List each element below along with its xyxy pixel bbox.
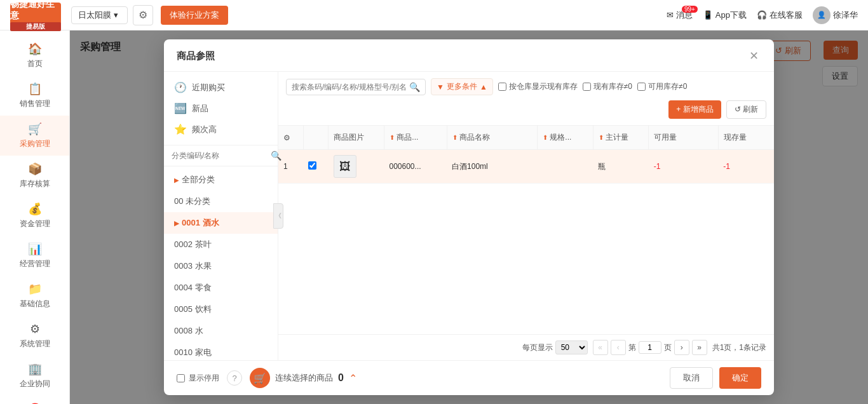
warehouse-filter[interactable]: 按仓库显示现有库存 bbox=[498, 81, 578, 92]
product-table: ⚙ 商品图片 ⬆ 商品... ⬆ 商品名称 bbox=[278, 126, 774, 184]
product-search-input[interactable] bbox=[292, 83, 405, 91]
first-page-button[interactable]: « bbox=[593, 340, 608, 355]
col-code[interactable]: ⬆ 商品... bbox=[384, 126, 447, 150]
cart-collapse-icon[interactable]: ⌃ bbox=[349, 372, 357, 384]
product-search-icon[interactable]: 🔍 bbox=[409, 82, 420, 92]
footer-actions: 取消 确定 bbox=[670, 367, 761, 389]
col-settings[interactable]: ⚙ bbox=[278, 126, 303, 150]
col-stock: 现存量 bbox=[718, 126, 774, 150]
sidebar-item-finance[interactable]: 💰 资金管理 bbox=[0, 196, 69, 236]
category-search-icon[interactable]: 🔍 bbox=[271, 151, 281, 161]
modal-header: 商品参照 ✕ bbox=[164, 39, 774, 72]
online-service-btn[interactable]: 🎧 在线客服 bbox=[757, 10, 803, 21]
store-selector[interactable]: 日太阳膜 ▾ bbox=[71, 6, 128, 24]
page-size-select[interactable]: 10 20 50 100 bbox=[555, 340, 588, 354]
cart-icon[interactable]: 🛒 bbox=[250, 368, 270, 388]
modal-overlay: 商品参照 ✕ 🕐 近期购买 🆕 bbox=[70, 30, 868, 404]
enterprise-sidebar-icon: 🏢 bbox=[28, 362, 42, 376]
settings-icon[interactable]: ⚙ bbox=[133, 5, 153, 25]
product-panel: 🔍 ▼ 更多条件 ▲ 按仓库显示现有库存 bbox=[278, 72, 774, 360]
modal-body: 🕐 近期购买 🆕 新品 ⭐ 频次高 bbox=[164, 72, 774, 360]
category-search-input[interactable] bbox=[172, 151, 267, 160]
category-c0008[interactable]: 0008 水 bbox=[164, 320, 278, 342]
sidebar-item-purchase[interactable]: 🛒 采购管理 bbox=[0, 116, 69, 156]
help-button[interactable]: ? bbox=[227, 370, 242, 386]
avatar: 👤 bbox=[813, 6, 831, 24]
cancel-button[interactable]: 取消 bbox=[670, 367, 713, 389]
basics-sidebar-icon: 📁 bbox=[28, 282, 42, 296]
filter-arrow-icon: ▲ bbox=[480, 83, 487, 91]
user-menu[interactable]: 👤 徐泽华 bbox=[813, 6, 858, 24]
refresh-button[interactable]: ↺ 刷新 bbox=[726, 100, 766, 119]
col-unit[interactable]: ⬆ 主计量 bbox=[593, 126, 649, 150]
available-checkbox[interactable] bbox=[583, 83, 591, 91]
sidebar-label-operations: 经营管理 bbox=[20, 259, 50, 269]
category-c0010[interactable]: 0010 家电 bbox=[164, 342, 278, 360]
category-c0001[interactable]: ▶ 0001 酒水 bbox=[164, 212, 278, 234]
panel-collapse-button[interactable]: 《 bbox=[273, 203, 283, 229]
row-checkbox[interactable] bbox=[308, 161, 316, 170]
sidebar-item-sales[interactable]: 📋 销售管理 bbox=[0, 76, 69, 116]
usable-filter[interactable]: 可用库存≠0 bbox=[637, 81, 687, 92]
modal-close-button[interactable]: ✕ bbox=[746, 48, 761, 64]
confirm-button[interactable]: 确定 bbox=[719, 367, 761, 389]
row-code: 000600... bbox=[384, 150, 447, 184]
product-reference-modal: 商品参照 ✕ 🕐 近期购买 🆕 bbox=[164, 39, 774, 395]
quick-filter-recent[interactable]: 🕐 近期购买 bbox=[164, 77, 278, 98]
sidebar-label-sales: 销售管理 bbox=[20, 98, 50, 109]
next-page-button[interactable]: › bbox=[674, 340, 689, 355]
page-number-input[interactable] bbox=[639, 341, 661, 354]
star-icon: ⭐ bbox=[174, 123, 187, 135]
new-icon: 🆕 bbox=[174, 102, 187, 114]
page-size-selector: 每页显示 10 20 50 100 bbox=[522, 340, 588, 354]
pagination-summary: 共1页，1条记录 bbox=[712, 342, 766, 353]
sidebar-label-home: 首页 bbox=[27, 58, 43, 69]
more-filter-button[interactable]: ▼ 更多条件 ▲ bbox=[431, 78, 493, 95]
sidebar-item-system[interactable]: ⚙ 系统管理 bbox=[0, 316, 69, 356]
add-product-button[interactable]: + 新增商品 bbox=[668, 100, 721, 119]
trial-button[interactable]: 体验行业方案 bbox=[161, 6, 228, 25]
category-c0003[interactable]: 0003 水果 bbox=[164, 255, 278, 277]
row-image-cell: 🖼 bbox=[329, 150, 384, 184]
sidebar-label-inventory: 库存核算 bbox=[20, 178, 50, 189]
col-checkbox bbox=[303, 126, 328, 150]
row-available: -1 bbox=[649, 150, 719, 184]
product-table-container: ⚙ 商品图片 ⬆ 商品... ⬆ 商品名称 bbox=[278, 126, 774, 334]
warehouse-checkbox[interactable] bbox=[498, 83, 506, 91]
sidebar-item-enterprise[interactable]: 🏢 企业协同 bbox=[0, 356, 69, 396]
col-name[interactable]: ⬆ 商品名称 bbox=[447, 126, 537, 150]
modal-title: 商品参照 bbox=[177, 50, 215, 62]
prev-page-button[interactable]: ‹ bbox=[611, 340, 626, 355]
last-page-button[interactable]: » bbox=[692, 340, 707, 355]
messages-btn[interactable]: ✉ 消息 99+ bbox=[667, 10, 693, 21]
sidebar-item-home[interactable]: 🏠 首页 bbox=[0, 36, 69, 76]
sidebar: 🏠 首页 📋 销售管理 🛒 采购管理 📦 库存核算 💰 资金管理 📊 经营管理 … bbox=[0, 30, 70, 404]
app-logo: 畅捷通好生意 捷易版 bbox=[10, 3, 61, 28]
toolbar-right: + 新增商品 ↺ 刷新 bbox=[668, 100, 766, 119]
category-c0005[interactable]: 0005 饮料 bbox=[164, 299, 278, 320]
quick-filter-new[interactable]: 🆕 新品 bbox=[164, 98, 278, 119]
app-download-btn[interactable]: 📱 App下载 bbox=[703, 10, 747, 21]
sidebar-item-basics[interactable]: 📁 基础信息 bbox=[0, 276, 69, 316]
product-thumbnail: 🖼 bbox=[334, 155, 356, 178]
row-checkbox-cell[interactable] bbox=[303, 150, 328, 184]
quick-filter-frequent[interactable]: ⭐ 频次高 bbox=[164, 119, 278, 140]
col-spec[interactable]: ⬆ 规格... bbox=[538, 126, 593, 150]
category-c0002[interactable]: 0002 茶叶 bbox=[164, 234, 278, 255]
main-layout: 🏠 首页 📋 销售管理 🛒 采购管理 📦 库存核算 💰 资金管理 📊 经营管理 … bbox=[0, 30, 868, 404]
table-row[interactable]: 1 🖼 000600... 白酒100ml bbox=[278, 150, 774, 184]
show-disabled-toggle[interactable]: 显示停用 bbox=[177, 373, 219, 384]
available-filter[interactable]: 现有库存≠0 bbox=[583, 81, 632, 92]
modal-footer: 显示停用 ? 🛒 连续选择的商品 0 ⌃ 取消 确定 bbox=[164, 360, 774, 395]
sidebar-item-guide[interactable]: 🎯 新手引导 bbox=[0, 396, 69, 404]
sort-icon-unit: ⬆ bbox=[599, 134, 604, 141]
category-c0004[interactable]: 0004 零食 bbox=[164, 277, 278, 299]
category-c00[interactable]: 00 未分类 bbox=[164, 191, 278, 212]
sidebar-item-inventory[interactable]: 📦 库存核算 bbox=[0, 156, 69, 196]
usable-checkbox[interactable] bbox=[637, 83, 646, 91]
sidebar-item-operations[interactable]: 📊 经营管理 bbox=[0, 236, 69, 276]
category-panel: 🕐 近期购买 🆕 新品 ⭐ 频次高 bbox=[164, 72, 278, 360]
category-all[interactable]: ▶ 全部分类 bbox=[164, 169, 278, 191]
sort-icon-spec: ⬆ bbox=[543, 134, 548, 141]
show-disabled-checkbox[interactable] bbox=[177, 374, 185, 382]
